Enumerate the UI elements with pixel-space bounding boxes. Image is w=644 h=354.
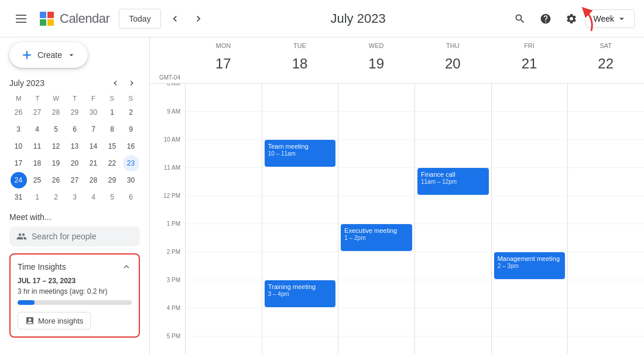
mini-day[interactable]: 7 — [85, 121, 102, 138]
week-view-selector[interactable]: Week — [585, 9, 635, 28]
hour-row[interactable] — [186, 336, 262, 354]
hamburger-button[interactable] — [9, 7, 33, 30]
mini-day[interactable]: 26 — [48, 172, 64, 188]
hour-row[interactable] — [186, 196, 262, 224]
mini-day[interactable]: 9 — [123, 121, 139, 138]
hour-row[interactable] — [415, 84, 491, 112]
mini-day[interactable]: 17 — [11, 155, 27, 171]
hour-row[interactable] — [492, 196, 568, 224]
mini-cal-next[interactable] — [124, 75, 140, 91]
mini-day[interactable]: 2 — [48, 189, 64, 205]
hour-row[interactable] — [492, 280, 568, 308]
mini-day[interactable]: 22 — [104, 155, 121, 171]
mini-day[interactable]: 29 — [104, 172, 121, 188]
hour-row[interactable] — [492, 84, 568, 112]
mini-day[interactable]: 5 — [104, 189, 121, 205]
date-number[interactable]: 21 — [516, 50, 543, 77]
hour-row[interactable] — [186, 308, 262, 336]
hour-row[interactable] — [568, 224, 644, 252]
hour-row[interactable] — [338, 308, 415, 336]
hour-row[interactable] — [568, 140, 644, 168]
hour-row[interactable] — [186, 224, 262, 252]
hour-row[interactable] — [568, 196, 644, 224]
hour-row[interactable] — [568, 84, 644, 112]
hour-row[interactable] — [262, 252, 338, 280]
hour-row[interactable] — [568, 252, 644, 280]
hour-row[interactable] — [186, 280, 262, 308]
next-button[interactable] — [189, 9, 208, 28]
calendar-event[interactable]: Finance call11am – 12pm — [417, 168, 489, 195]
hour-row[interactable] — [262, 336, 338, 354]
mini-day[interactable]: 4 — [85, 189, 102, 205]
mini-day[interactable]: 11 — [29, 138, 46, 154]
mini-day[interactable]: 24 — [11, 172, 27, 188]
hour-row[interactable] — [568, 112, 644, 140]
hour-row[interactable] — [262, 308, 338, 336]
hour-row[interactable] — [262, 84, 338, 112]
mini-day[interactable]: 27 — [29, 104, 46, 121]
hour-row[interactable] — [338, 252, 415, 280]
hour-row[interactable] — [568, 308, 644, 336]
hour-row[interactable] — [415, 308, 491, 336]
today-button[interactable]: Today — [119, 9, 160, 29]
mini-day[interactable]: 28 — [85, 172, 102, 188]
mini-day[interactable]: 2 — [123, 104, 139, 121]
mini-day[interactable]: 19 — [48, 155, 64, 171]
mini-day[interactable]: 13 — [67, 138, 83, 154]
hour-row[interactable] — [415, 336, 491, 354]
calendar-event[interactable]: Training meeting3 – 4pm — [265, 280, 336, 307]
mini-day[interactable]: 12 — [48, 138, 64, 154]
hour-row[interactable] — [338, 196, 415, 224]
calendar-event[interactable]: Team meeting10 – 11am — [265, 140, 336, 167]
mini-day[interactable]: 23 — [123, 155, 139, 171]
mini-day[interactable]: 3 — [11, 121, 27, 138]
mini-day[interactable]: 28 — [48, 104, 64, 121]
prev-button[interactable] — [166, 9, 184, 28]
mini-day[interactable]: 6 — [123, 189, 139, 205]
search-button[interactable] — [508, 7, 532, 30]
hour-row[interactable] — [415, 252, 491, 280]
hour-row[interactable] — [492, 140, 568, 168]
date-number[interactable]: 20 — [439, 50, 466, 77]
hour-row[interactable] — [415, 196, 491, 224]
mini-day[interactable]: 15 — [104, 138, 121, 154]
hour-row[interactable] — [262, 168, 338, 196]
hour-row[interactable] — [186, 168, 262, 196]
hour-row[interactable] — [262, 224, 338, 252]
more-insights-button[interactable]: More insights — [18, 312, 91, 329]
hour-row[interactable] — [262, 196, 338, 224]
hour-row[interactable] — [492, 112, 568, 140]
mini-day[interactable]: 6 — [67, 121, 83, 138]
mini-day[interactable]: 21 — [85, 155, 102, 171]
hour-row[interactable] — [492, 336, 568, 354]
mini-day[interactable]: 25 — [29, 172, 46, 188]
mini-day[interactable]: 1 — [104, 104, 121, 121]
help-button[interactable] — [534, 7, 557, 30]
hour-row[interactable] — [186, 84, 262, 112]
mini-day[interactable]: 30 — [85, 104, 102, 121]
date-number[interactable]: 19 — [363, 50, 390, 77]
hour-row[interactable] — [415, 280, 491, 308]
mini-day[interactable]: 10 — [11, 138, 27, 154]
hour-row[interactable] — [492, 224, 568, 252]
date-number[interactable]: 22 — [592, 50, 619, 77]
hour-row[interactable] — [186, 140, 262, 168]
mini-day[interactable]: 14 — [85, 138, 102, 154]
hour-row[interactable] — [492, 308, 568, 336]
date-number[interactable]: 18 — [286, 50, 313, 77]
hour-row[interactable] — [568, 280, 644, 308]
collapse-icon[interactable] — [121, 262, 132, 272]
hour-row[interactable] — [338, 112, 415, 140]
hour-row[interactable] — [262, 112, 338, 140]
mini-day[interactable]: 26 — [11, 104, 27, 121]
hour-row[interactable] — [492, 168, 568, 196]
create-button[interactable]: Create — [9, 42, 88, 68]
mini-day[interactable]: 1 — [29, 189, 46, 205]
mini-day[interactable]: 8 — [104, 121, 121, 138]
hour-row[interactable] — [568, 168, 644, 196]
mini-day[interactable]: 5 — [48, 121, 64, 138]
mini-cal-prev[interactable] — [107, 75, 124, 91]
calendar-event[interactable]: Management meeting2 – 3pm — [494, 252, 566, 279]
hour-row[interactable] — [415, 140, 491, 168]
mini-day[interactable]: 3 — [67, 189, 83, 205]
